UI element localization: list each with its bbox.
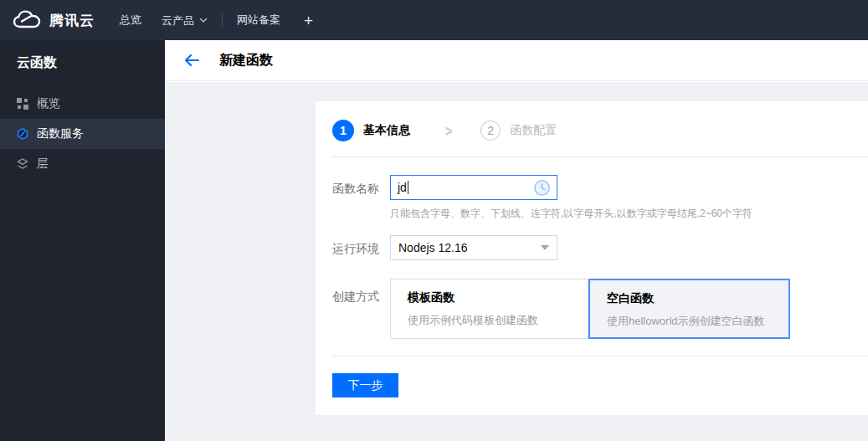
function-name-value: jd	[398, 181, 407, 194]
sidebar-item-label: 层	[37, 156, 49, 172]
top-navigation-bar: 腾讯云 总览 云产品 网站备案 +	[0, 0, 868, 40]
runtime-label: 运行环境	[332, 242, 391, 257]
create-function-panel: 1 基本信息 > 2 函数配置 函数名称 jd 只能包含字母、数字、下划线、连字…	[316, 101, 868, 415]
method-card-template-function[interactable]: 模板函数 使用示例代码模板创建函数	[390, 279, 588, 339]
step-2-circle: 2	[480, 121, 501, 141]
method-card-blank-function-selected[interactable]: 空白函数 使用helloworld示例创建空白函数	[588, 279, 790, 339]
step-separator-chevron-icon: >	[445, 122, 452, 140]
sidebar-item-layers[interactable]: 层	[0, 149, 165, 179]
cloud-logo-icon	[12, 9, 42, 31]
scf-hexagon-icon	[17, 128, 28, 140]
function-name-hint: 只能包含字母、数字、下划线、连字符,以字母开头,以数字或字母结尾,2~60个字符	[390, 207, 752, 221]
add-nav-tab-button[interactable]: +	[304, 13, 313, 28]
divider	[332, 156, 868, 157]
tencent-cloud-logo[interactable]: 腾讯云	[12, 9, 95, 31]
page-title: 新建函数	[219, 52, 273, 69]
step-1-label: 基本信息	[363, 123, 410, 138]
runtime-selected-value: Nodejs 12.16	[398, 241, 541, 254]
sidebar-item-label: 函数服务	[37, 126, 84, 141]
sidebar-item-function-service[interactable]: 函数服务	[0, 119, 165, 149]
brand-name: 腾讯云	[49, 11, 95, 30]
nav-icp-filing[interactable]: 网站备案	[237, 13, 280, 28]
top-nav-items: 总览 云产品 网站备案 +	[120, 13, 313, 28]
back-arrow-icon	[183, 54, 200, 67]
step-indicator: 1 基本信息 > 2 函数配置	[332, 120, 557, 141]
function-name-label: 函数名称	[332, 182, 391, 197]
method-card-title: 模板函数	[408, 290, 588, 305]
sidebar-item-label: 概览	[37, 96, 60, 111]
sidebar: 云函数 概览 函数服务	[0, 40, 165, 441]
nav-cloud-products[interactable]: 云产品	[162, 13, 208, 28]
validation-clock-icon	[533, 179, 551, 200]
sidebar-menu: 概览 函数服务 层	[0, 89, 165, 179]
nav-divider	[222, 13, 223, 27]
method-card-desc: 使用示例代码模板创建函数	[408, 313, 588, 328]
content-area: 1 基本信息 > 2 函数配置 函数名称 jd 只能包含字母、数字、下划线、连字…	[165, 82, 868, 441]
next-step-button[interactable]: 下一步	[332, 373, 398, 397]
back-button[interactable]	[183, 54, 200, 67]
function-name-input[interactable]: jd	[390, 175, 557, 200]
layers-icon	[17, 158, 28, 170]
method-card-desc: 使用helloworld示例创建空白函数	[607, 314, 788, 329]
method-card-title: 空白函数	[607, 291, 788, 306]
chevron-down-icon	[199, 13, 208, 25]
sidebar-product-title: 云函数	[17, 54, 57, 72]
step-2-label: 函数配置	[510, 123, 557, 138]
divider	[332, 356, 868, 356]
page-header: 新建函数	[165, 40, 868, 81]
step-1-circle: 1	[332, 120, 354, 141]
select-caret-icon	[541, 245, 549, 250]
text-cursor	[408, 181, 408, 194]
nav-overview[interactable]: 总览	[120, 13, 141, 28]
grid-icon	[17, 98, 28, 110]
sidebar-item-overview[interactable]: 概览	[0, 89, 165, 119]
creation-method-label: 创建方式	[332, 290, 391, 305]
runtime-select[interactable]: Nodejs 12.16	[390, 235, 557, 260]
